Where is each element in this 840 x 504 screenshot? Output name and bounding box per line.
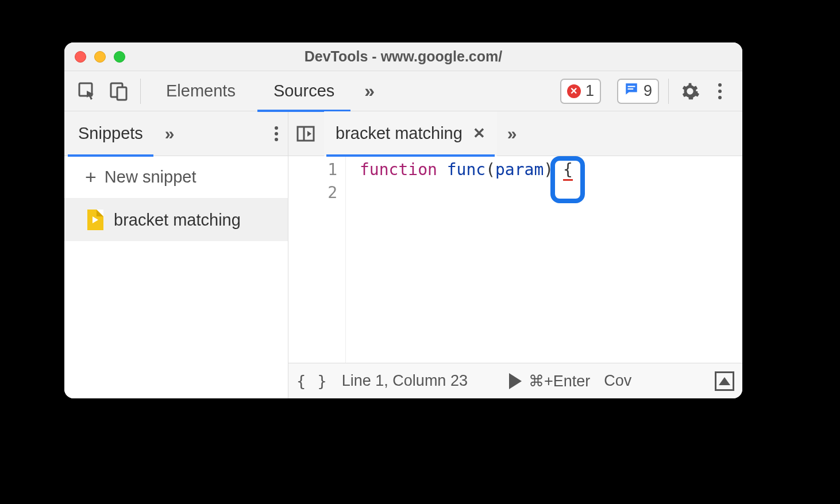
snippet-item-name: bracket matching [114, 211, 241, 230]
close-window-button[interactable] [75, 51, 86, 63]
line-number: 2 [288, 181, 337, 204]
token-keyword: function [360, 160, 437, 179]
token-parameter: param [495, 160, 544, 179]
line-gutter: 1 2 [288, 156, 346, 363]
editor-statusbar: { } Line 1, Column 23 ⌘+Enter Cov [288, 363, 742, 398]
main-toolbar: Elements Sources » ✕ 1 9 [64, 71, 742, 111]
cursor-position: Line 1, Column 23 [342, 372, 468, 390]
snippet-file-icon [87, 210, 103, 230]
run-shortcut-label: ⌘+Enter [529, 372, 590, 390]
content-area: Snippets » + New snippet bracket matchin… [64, 111, 742, 398]
errors-badge[interactable]: ✕ 1 [560, 79, 601, 104]
annotation-highlight [550, 156, 585, 203]
tabs-overflow-icon[interactable]: » [356, 80, 383, 102]
svg-rect-4 [627, 88, 633, 90]
titlebar: DevTools - www.google.com/ [64, 42, 742, 71]
editor-pane: bracket matching ✕ » 1 2 function func(p… [288, 111, 742, 398]
message-icon [624, 82, 639, 100]
code-editor[interactable]: 1 2 function func(param) { [288, 156, 742, 363]
errors-count: 1 [585, 82, 594, 100]
inspect-element-icon[interactable] [75, 79, 100, 104]
sidebar-more-icon[interactable] [265, 125, 288, 142]
sidebar-tabs-overflow-icon[interactable]: » [157, 124, 183, 144]
svg-point-10 [275, 138, 278, 141]
play-icon [509, 373, 522, 389]
minimize-window-button[interactable] [94, 51, 106, 63]
svg-point-7 [718, 96, 722, 99]
svg-point-5 [718, 83, 722, 87]
coverage-label[interactable]: Cov [604, 372, 631, 390]
svg-point-6 [718, 90, 722, 93]
window-title: DevTools - www.google.com/ [305, 48, 502, 65]
svg-point-9 [275, 132, 278, 135]
new-snippet-label: New snippet [105, 168, 196, 187]
editor-tabs-overflow-icon[interactable]: » [497, 124, 527, 144]
code-area[interactable]: function func(param) { [346, 156, 742, 363]
devtools-window: DevTools - www.google.com/ Elements Sour… [64, 42, 742, 398]
svg-rect-2 [117, 87, 126, 100]
tab-sources[interactable]: Sources [257, 71, 350, 111]
device-toolbar-icon[interactable] [106, 79, 131, 104]
drawer-toggle-icon[interactable] [715, 371, 734, 391]
new-snippet-button[interactable]: + New snippet [64, 156, 288, 199]
sidebar-tab-snippets[interactable]: Snippets [64, 111, 157, 156]
editor-tab[interactable]: bracket matching ✕ [324, 111, 497, 156]
token-function-name: func [447, 160, 485, 179]
error-icon: ✕ [567, 84, 581, 98]
svg-rect-3 [627, 86, 635, 87]
messages-count: 9 [644, 82, 652, 100]
run-snippet-button[interactable]: ⌘+Enter [509, 372, 590, 390]
zoom-window-button[interactable] [114, 51, 125, 63]
tab-elements[interactable]: Elements [150, 71, 252, 111]
editor-tabs: bracket matching ✕ » [288, 111, 742, 156]
plus-icon: + [85, 166, 97, 188]
close-tab-icon[interactable]: ✕ [473, 125, 485, 142]
navigator-toggle-icon[interactable] [294, 122, 317, 145]
sidebar: Snippets » + New snippet bracket matchin… [64, 111, 288, 398]
more-menu-icon[interactable] [708, 79, 732, 103]
traffic-lights [75, 51, 125, 63]
pretty-print-icon[interactable]: { } [296, 372, 328, 390]
separator [140, 79, 141, 104]
separator [668, 79, 669, 104]
snippet-item[interactable]: bracket matching [64, 199, 288, 241]
messages-badge[interactable]: 9 [617, 79, 659, 104]
svg-point-8 [275, 126, 278, 130]
sidebar-tabs: Snippets » [64, 111, 288, 156]
settings-icon[interactable] [678, 79, 702, 103]
line-number: 1 [288, 158, 337, 181]
token-paren-open: ( [485, 160, 495, 179]
editor-tab-title: bracket matching [336, 124, 463, 143]
